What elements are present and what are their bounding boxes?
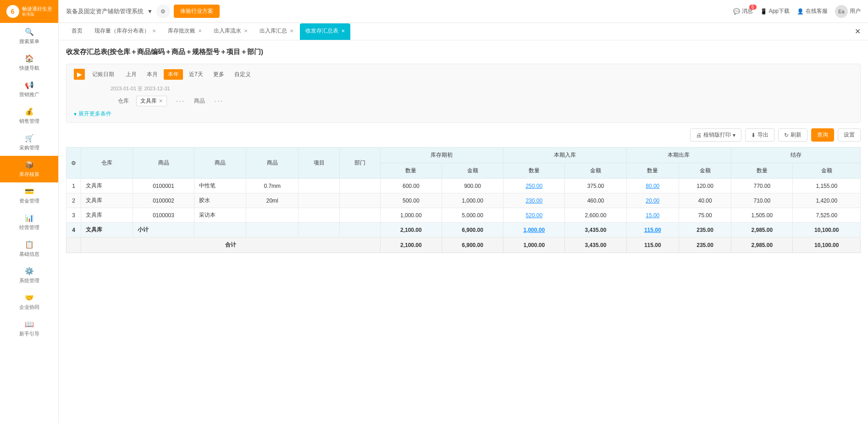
sidebar-item-inventory[interactable]: 📦 库存核算 bbox=[0, 156, 58, 182]
sidebar-item-finance[interactable]: 💳 资金管理 bbox=[0, 182, 58, 209]
tab-label-inventory-dist: 现存量（库存分布表） bbox=[94, 27, 149, 35]
tab-home[interactable]: 首页 bbox=[66, 23, 88, 40]
filter-toggle-btn[interactable]: ▶ bbox=[74, 69, 85, 80]
date-btn-this-year[interactable]: 本年 bbox=[164, 69, 183, 80]
footer-out-amt: 235.00 bbox=[679, 237, 731, 253]
filter-bar: ▶ 记账日期 上月 本月 本年 近7天 更多 自定义 2023-01-01 至 … bbox=[66, 64, 861, 123]
settings-table-btn[interactable]: 设置 bbox=[838, 128, 861, 142]
trial-btn[interactable]: 体验行业方案 bbox=[174, 5, 220, 18]
cell-name: 采访本 bbox=[194, 208, 246, 223]
sidebar-item-system[interactable]: ⚙️ 系统管理 bbox=[0, 262, 58, 289]
col-group-init: 库存期初 bbox=[380, 148, 503, 163]
online-service-btn[interactable]: 👤 在线客服 bbox=[797, 7, 828, 15]
export-icon: ⬇ bbox=[751, 132, 756, 138]
tab-close-batch[interactable]: ✕ bbox=[198, 28, 202, 33]
date-label: 记账日期 bbox=[92, 71, 114, 78]
topbar-right: 💬 消息 6 📱 App下载 👤 在线客服 Ea 用户 bbox=[733, 5, 861, 18]
footer-out-qty: 115.00 bbox=[626, 237, 679, 253]
date-btn-7days[interactable]: 近7天 bbox=[185, 69, 207, 80]
tab-close-inventory-dist[interactable]: ✕ bbox=[152, 28, 156, 33]
print-btn[interactable]: 🖨 核销版打印 ▾ bbox=[690, 128, 741, 142]
system-name: 装备及固定资产辅助管理系统 bbox=[66, 7, 144, 16]
sidebar: 6 畅捷通好生意 标准版 🔍 搜索菜单 🏠 快捷导航 📢 营销推广 💰 销售管理… bbox=[0, 0, 59, 423]
cell-bal-qty: 1,505.00 bbox=[731, 208, 793, 223]
table-row: 2 文具库 0100002 胶水 20ml 500.00 1,000.00 23… bbox=[66, 193, 861, 208]
cell-bal-qty: 2,985.00 bbox=[731, 223, 793, 237]
cell-bal-amt: 1,155.00 bbox=[793, 179, 861, 193]
cell-code: 0100002 bbox=[133, 193, 194, 208]
cell-in-amt: 3,435.00 bbox=[565, 223, 626, 237]
col-name: 商品 bbox=[194, 148, 246, 179]
tab-close-inout-summary[interactable]: ✕ bbox=[290, 28, 293, 33]
sidebar-item-guide[interactable]: 📖 新手引导 bbox=[0, 315, 58, 342]
tab-close-inout-flow[interactable]: ✕ bbox=[244, 28, 248, 33]
cell-spec: 20ml bbox=[246, 193, 299, 208]
sidebar-item-purchase[interactable]: 🛒 采购管理 bbox=[0, 129, 58, 156]
sidebar-item-label-marketing: 营销推广 bbox=[19, 91, 39, 98]
date-btn-custom[interactable]: 自定义 bbox=[230, 69, 255, 80]
date-btn-more[interactable]: 更多 bbox=[209, 69, 228, 80]
tab-close-recv-send[interactable]: ✕ bbox=[341, 28, 345, 33]
cell-no: 4 bbox=[66, 223, 81, 237]
tab-recv-send[interactable]: 收发存汇总表✕ bbox=[300, 23, 350, 40]
sidebar-item-operation[interactable]: 📊 经营管理 bbox=[0, 209, 58, 236]
topbar: 装备及固定资产辅助管理系统 ▼ ⚙ 体验行业方案 💬 消息 6 📱 App下载 … bbox=[59, 0, 868, 23]
sidebar-item-search[interactable]: 🔍 搜索菜单 bbox=[0, 23, 58, 49]
sidebar-item-quick-nav[interactable]: 🏠 快捷导航 bbox=[0, 49, 58, 76]
download-icon: 📱 bbox=[760, 8, 767, 15]
tab-label-home: 首页 bbox=[72, 27, 83, 35]
cell-name: 中性笔 bbox=[194, 179, 246, 193]
date-btn-last-month[interactable]: 上月 bbox=[122, 69, 141, 80]
message-btn[interactable]: 💬 消息 6 bbox=[733, 7, 753, 15]
tab-batch[interactable]: 库存批次账✕ bbox=[162, 23, 207, 40]
cell-project bbox=[299, 179, 339, 193]
tab-inout-summary[interactable]: 出入库汇总✕ bbox=[254, 23, 299, 40]
cell-no: 3 bbox=[66, 208, 81, 223]
action-bar: 🖨 核销版打印 ▾ ⬇ 导出 ↻ 刷新 查询 设置 bbox=[66, 128, 861, 142]
query-btn[interactable]: 查询 bbox=[811, 128, 834, 142]
warehouse-tag[interactable]: 文具库 ✕ bbox=[136, 96, 167, 106]
system-dropdown[interactable]: ▼ bbox=[147, 8, 153, 15]
col-in-amt: 金额 bbox=[565, 163, 626, 179]
app-download-btn[interactable]: 📱 App下载 bbox=[760, 7, 790, 15]
cell-out-amt: 235.00 bbox=[679, 223, 731, 237]
sidebar-item-marketing[interactable]: 📢 营销推广 bbox=[0, 76, 58, 103]
cell-bal-qty: 770.00 bbox=[731, 179, 793, 193]
sidebar-item-collab[interactable]: 🤝 企业协同 bbox=[0, 289, 58, 315]
sidebar-item-basic[interactable]: 📋 基础信息 bbox=[0, 236, 58, 262]
print-icon: 🖨 bbox=[696, 132, 702, 138]
tab-inout-flow[interactable]: 出入库流水✕ bbox=[208, 23, 253, 40]
col-bal-qty: 数量 bbox=[731, 163, 793, 179]
tab-label-batch: 库存批次账 bbox=[168, 27, 195, 35]
refresh-btn[interactable]: ↻ 刷新 bbox=[778, 128, 807, 142]
col-init-qty: 数量 bbox=[380, 163, 442, 179]
tab-label-recv-send: 收发存汇总表 bbox=[305, 27, 338, 35]
cell-init-qty: 1,000.00 bbox=[380, 208, 442, 223]
user-menu[interactable]: Ea 用户 bbox=[835, 5, 861, 18]
tab-inventory-dist[interactable]: 现存量（库存分布表）✕ bbox=[89, 23, 161, 40]
footer-label: 合计 bbox=[81, 237, 381, 253]
content-area: 收发存汇总表(按仓库＋商品编码＋商品＋规格型号＋项目＋部门) ▶ 记账日期 上月… bbox=[59, 40, 868, 423]
close-all-tabs-btn[interactable]: ✕ bbox=[855, 27, 861, 36]
remove-warehouse-tag[interactable]: ✕ bbox=[159, 98, 163, 104]
export-btn[interactable]: ⬇ 导出 bbox=[745, 128, 774, 142]
finance-icon: 💳 bbox=[25, 187, 34, 196]
expand-conditions-btn[interactable]: ▾ 展开更多条件 bbox=[74, 110, 853, 118]
service-icon: 👤 bbox=[797, 8, 804, 15]
cell-warehouse: 文具库 bbox=[81, 193, 133, 208]
settings-btn[interactable]: ⚙ bbox=[156, 5, 170, 18]
col-out-qty: 数量 bbox=[626, 163, 679, 179]
warehouse-more-dots[interactable]: ··· bbox=[176, 97, 185, 105]
date-btn-this-month[interactable]: 本月 bbox=[143, 69, 162, 80]
cell-init-amt: 900.00 bbox=[442, 179, 503, 193]
app-logo: 6 bbox=[6, 5, 19, 18]
col-init-amt: 金额 bbox=[442, 163, 503, 179]
col-settings[interactable]: ⚙ bbox=[66, 148, 81, 179]
col-bal-amt: 金额 bbox=[793, 163, 861, 179]
goods-label: 商品 bbox=[194, 97, 205, 105]
goods-more-dots[interactable]: ··· bbox=[214, 97, 223, 105]
footer-bal-amt: 10,100.00 bbox=[793, 237, 861, 253]
sidebar-item-sales[interactable]: 💰 销售管理 bbox=[0, 103, 58, 129]
cell-init-qty: 2,100.00 bbox=[380, 223, 442, 237]
app-title: 畅捷通好生意 标准版 bbox=[22, 5, 52, 17]
